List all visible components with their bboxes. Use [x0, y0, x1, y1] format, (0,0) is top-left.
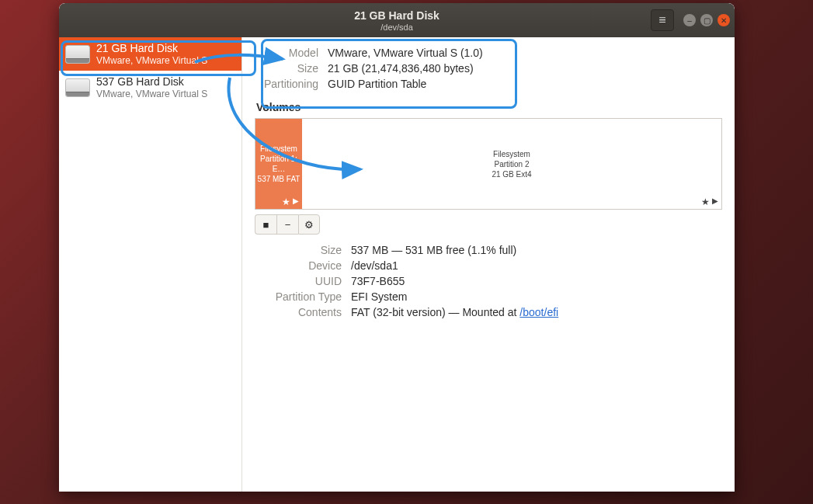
star-icon: ★ — [701, 196, 710, 207]
volume-segment[interactable]: Filesystem Partition 1: E… 537 MB FAT ★ … — [255, 119, 302, 209]
close-button[interactable]: ✕ — [717, 14, 730, 26]
contents-value: FAT (32-bit version) — Mounted at /boot/… — [346, 304, 563, 320]
delete-partition-button[interactable]: − — [276, 214, 298, 235]
partition-settings-button[interactable]: ⚙ — [298, 214, 320, 235]
sidebar-disk-item[interactable]: 21 GB Hard Disk VMware, VMware Virtual S — [59, 37, 241, 71]
volume-toolbar: ■ − ⚙ — [255, 214, 722, 235]
vol-line1: Filesystem — [493, 149, 530, 159]
window-subtitle: /dev/sda — [59, 23, 735, 32]
harddisk-icon — [65, 78, 90, 97]
size-label: Size — [255, 61, 323, 76]
uuid-value: 73F7-B655 — [346, 273, 563, 289]
window-controls: – ▢ ✕ — [683, 14, 730, 26]
disk-item-title: 21 GB Hard Disk — [96, 42, 207, 55]
gear-icon: ⚙ — [304, 219, 314, 231]
model-label: Model — [255, 45, 323, 61]
uuid-label: UUID — [255, 273, 346, 289]
device-value: /dev/sda1 — [346, 258, 563, 273]
size-value: 21 GB (21,474,836,480 bytes) — [323, 61, 488, 76]
disk-sidebar: 21 GB Hard Disk VMware, VMware Virtual S… — [59, 37, 242, 492]
maximize-button[interactable]: ▢ — [700, 14, 713, 26]
model-value: VMware, VMware Virtual S (1.0) — [323, 45, 488, 61]
title-center: 21 GB Hard Disk /dev/sda — [59, 9, 735, 32]
vol-indicators: ★ ▶ — [701, 196, 718, 207]
contents-label: Contents — [255, 304, 346, 320]
volumes-heading: Volumes — [256, 101, 722, 113]
partitioning-label: Partitioning — [255, 76, 323, 92]
psize-value: 537 MB — 531 MB free (1.1% full) — [346, 242, 563, 258]
partition-details-table: Size 537 MB — 531 MB free (1.1% full) De… — [255, 242, 563, 320]
psize-label: Size — [255, 242, 346, 258]
contents-prefix: FAT (32-bit version) — Mounted at — [351, 306, 519, 318]
ptype-value: EFI System — [346, 289, 563, 304]
mount-point-link[interactable]: /boot/efi — [519, 306, 558, 318]
disk-info-table: Model VMware, VMware Virtual S (1.0) Siz… — [255, 45, 488, 92]
vol-line3: 21 GB Ext4 — [492, 169, 531, 179]
unmount-button[interactable]: ■ — [255, 214, 276, 235]
vol-line1: Filesystem — [260, 144, 297, 154]
titlebar: 21 GB Hard Disk /dev/sda ≡ – ▢ ✕ — [59, 3, 735, 37]
window-title: 21 GB Hard Disk — [59, 9, 735, 22]
partitioning-value: GUID Partition Table — [323, 76, 488, 92]
vol-line3: 537 MB FAT — [258, 174, 301, 184]
play-icon: ▶ — [712, 196, 718, 207]
minus-icon: − — [285, 219, 291, 231]
volume-segment[interactable]: Filesystem Partition 2 21 GB Ext4 ★ ▶ — [302, 119, 721, 209]
disks-window: 21 GB Hard Disk /dev/sda ≡ – ▢ ✕ 21 GB H… — [59, 3, 735, 492]
play-icon: ▶ — [293, 196, 299, 207]
app-menu-button[interactable]: ≡ — [651, 9, 674, 31]
vol-line2: Partition 1: E… — [255, 154, 302, 174]
disk-item-sub: VMware, VMware Virtual S — [96, 55, 207, 66]
ptype-label: Partition Type — [255, 289, 346, 304]
sidebar-disk-item[interactable]: 537 GB Hard Disk VMware, VMware Virtual … — [59, 71, 241, 104]
volumes-layout: Filesystem Partition 1: E… 537 MB FAT ★ … — [255, 118, 722, 210]
disk-item-title: 537 GB Hard Disk — [96, 75, 207, 89]
harddisk-icon — [65, 45, 90, 64]
stop-icon: ■ — [263, 219, 269, 231]
disk-item-sub: VMware, VMware Virtual S — [96, 89, 207, 99]
star-icon: ★ — [282, 196, 290, 207]
minimize-button[interactable]: – — [683, 14, 696, 26]
vol-line2: Partition 2 — [494, 159, 529, 169]
vol-selected-indicators: ★ ▶ — [282, 196, 299, 207]
main-panel: Model VMware, VMware Virtual S (1.0) Siz… — [242, 37, 735, 492]
hamburger-icon: ≡ — [658, 14, 665, 26]
device-label: Device — [255, 258, 346, 273]
